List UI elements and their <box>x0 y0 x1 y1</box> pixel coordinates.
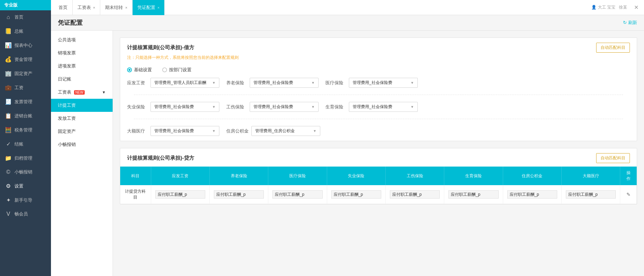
sidebar-icon-funds: 💰 <box>5 56 12 63</box>
sidebar-item-assets[interactable]: 🏢固定资产 <box>0 66 51 81</box>
credit-input-0-7[interactable] <box>566 190 616 199</box>
main-content: 计提核算规则(公司承担)-借方 自动匹配科目 注：只能选择一种方式，系统将按照您… <box>113 31 644 276</box>
credit-row-subject-0: 计提贷方科目 <box>120 185 151 204</box>
sidebar-item-closing[interactable]: ✓结账 <box>0 137 51 151</box>
sidebar-item-tax[interactable]: 🧮税务管理 <box>0 123 51 137</box>
refresh-button[interactable]: ↻ 刷新 <box>623 20 637 26</box>
radio-department[interactable]: 按部门设置 <box>162 67 191 73</box>
debit-field-select-2-1[interactable]: 管理费用_住房公积金 ▼ <box>251 126 320 136</box>
credit-input-0-1[interactable] <box>214 190 264 199</box>
debit-field-0-0: 应发工资 管理费用_管理人员职工薪酬 ▼ <box>127 78 219 88</box>
sidebar-item-home[interactable]: ⌂首页 <box>0 10 51 24</box>
sub-nav-label-debit_invoice: 进项发票 <box>58 63 76 69</box>
sidebar-icon-settings: ⚙ <box>5 183 12 189</box>
edit-icon-0[interactable]: ✎ <box>626 192 631 197</box>
sub-nav-item-public_options[interactable]: 公共选项 <box>51 33 113 46</box>
select-arrow-1-2: ▼ <box>411 105 414 109</box>
credit-input-0-4[interactable] <box>390 190 440 199</box>
sidebar-icon-reports: 📊 <box>5 42 12 49</box>
sidebar-icon-home: ⌂ <box>5 14 12 20</box>
sidebar-label-purchase_sales: 进销台账 <box>14 113 32 119</box>
credit-input-0-5[interactable] <box>448 190 498 199</box>
auto-match-debit-button[interactable]: 自动匹配科目 <box>596 43 630 53</box>
select-arrow-1-0: ▼ <box>212 105 216 109</box>
sub-nav-item-journal[interactable]: 日记账 <box>51 73 113 86</box>
sub-nav-item-credit_invoice[interactable]: 销项发票 <box>51 46 113 60</box>
sub-nav-label-xiaochang_expense: 小畅报销 <box>58 141 76 148</box>
radio-basic-circle[interactable] <box>127 67 132 72</box>
credit-row-val-0-7 <box>562 185 620 204</box>
sidebar-label-xiao_chang_report: 小畅报销 <box>14 169 32 175</box>
credit-input-0-0[interactable] <box>155 190 205 199</box>
sidebar-item-xiao_chang_report[interactable]: ©小畅报销 <box>0 165 51 179</box>
tab-payroll_table[interactable]: 工资表× <box>73 0 100 15</box>
tab-label-payroll_table: 工资表 <box>77 4 91 11</box>
debit-field-0-2: 医疗保险 管理费用_社会保险费 ▼ <box>325 78 418 88</box>
sub-nav-item-payroll_table_sub[interactable]: 工资表 NEW▼ <box>51 86 113 99</box>
radio-basic[interactable]: 基础设置 <box>127 67 152 73</box>
tab-close-period_closing[interactable]: × <box>125 6 127 10</box>
sidebar-item-ledger[interactable]: 📒总账 <box>0 24 51 38</box>
section-debit: 计提核算规则(公司承担)-借方 自动匹配科目 注：只能选择一种方式，系统将按照您… <box>120 38 637 141</box>
debit-radio-group: 基础设置 按部门设置 <box>120 64 637 78</box>
credit-input-0-2[interactable] <box>272 190 322 199</box>
credit-col-header-3: 医疗保险 <box>268 167 327 185</box>
tab-voucher_config[interactable]: 凭证配置× <box>133 0 165 15</box>
credit-row-op-0[interactable]: ✎ <box>620 185 637 204</box>
select-arrow-0-1: ▼ <box>311 81 315 85</box>
debit-field-select-1-2[interactable]: 管理费用_社会保险费 ▼ <box>349 102 418 112</box>
debit-field-label-2-1: 住房公积金 <box>226 128 249 134</box>
debit-field-1-0: 失业保险 管理费用_社会保险费 ▼ <box>127 102 219 112</box>
credit-table-row-0: 计提贷方科目✎ <box>120 185 637 204</box>
sidebar-icon-assets: 🏢 <box>5 70 12 77</box>
sidebar-item-funds[interactable]: 💰资金管理 <box>0 52 51 66</box>
sidebar-item-archive[interactable]: 📁归档管理 <box>0 151 51 165</box>
debit-field-select-0-1[interactable]: 管理费用_社会保险费 ▼ <box>250 78 319 88</box>
debit-field-label-1-2: 生育保险 <box>325 104 346 110</box>
sub-nav-item-pay_salary[interactable]: 发放工资 <box>51 112 113 125</box>
debit-field-select-2-0[interactable]: 管理费用_社会保险费 ▼ <box>150 126 219 136</box>
tab-close-voucher_config[interactable]: × <box>157 6 159 10</box>
page-header: 凭证配置 ↻ 刷新 <box>51 15 644 31</box>
tab-home[interactable]: 首页 <box>54 0 73 15</box>
sidebar-icon-purchase_sales: 📋 <box>5 113 12 119</box>
section-debit-title: 计提核算规则(公司承担)-借方 <box>127 44 194 51</box>
page-title: 凭证配置 <box>58 19 83 27</box>
sidebar-item-vip[interactable]: V畅会员 <box>0 207 51 221</box>
debit-divider-1 <box>134 119 623 119</box>
credit-col-header-1: 应发工资 <box>151 167 209 185</box>
sub-nav-item-fixed_assets[interactable]: 固定资产 <box>51 125 113 138</box>
sub-nav-label-pay_salary: 发放工资 <box>58 115 76 121</box>
radio-department-circle[interactable] <box>162 67 167 72</box>
sidebar-item-guide[interactable]: ✦新手引导 <box>0 193 51 207</box>
sidebar-item-reports[interactable]: 📊报表中心 <box>0 38 51 52</box>
select-arrow-2-0: ▼ <box>212 129 216 133</box>
credit-input-0-6[interactable] <box>507 190 557 199</box>
sub-nav-item-debit_invoice[interactable]: 进项发票 <box>51 60 113 73</box>
sidebar-item-purchase_sales[interactable]: 📋进销台账 <box>0 109 51 123</box>
sub-nav-item-xiaochang_expense[interactable]: 小畅报销 <box>51 138 113 151</box>
sub-nav-arrow-payroll_table_sub: ▼ <box>102 90 106 94</box>
sidebar-label-reports: 报表中心 <box>14 42 32 49</box>
section-credit: 计提核算规则(公司承担)-贷方 自动匹配科目 科目应发工资养老保险医疗保险失业保… <box>120 148 637 204</box>
sub-nav-label-fixed_assets: 固定资产 <box>58 128 76 135</box>
sidebar-item-salary[interactable]: 💼工资 <box>0 81 51 95</box>
debit-field-select-1-1[interactable]: 管理费用_社会保险费 ▼ <box>250 102 319 112</box>
debit-field-select-0-0[interactable]: 管理费用_管理人员职工薪酬 ▼ <box>150 78 219 88</box>
credit-row-val-0-3 <box>327 185 385 204</box>
debit-field-select-1-0[interactable]: 管理费用_社会保险费 ▼ <box>150 102 219 112</box>
close-window-button[interactable]: ✕ <box>631 4 641 11</box>
tab-close-payroll_table[interactable]: × <box>93 6 95 10</box>
sidebar-item-invoice_mgmt[interactable]: 🧾发票管理 <box>0 95 51 109</box>
sub-nav-item-calc_salary[interactable]: 计提工资 <box>51 99 113 112</box>
auto-match-credit-button[interactable]: 自动匹配科目 <box>596 153 630 163</box>
debit-field-label-0-0: 应发工资 <box>127 80 148 86</box>
content-wrapper: 公共选项销项发票进项发票日记账工资表 NEW▼计提工资发放工资固定资产小畅报销 … <box>51 31 644 276</box>
tab-period_closing[interactable]: 期末结转× <box>100 0 132 15</box>
debit-field-label-1-1: 工伤保险 <box>226 104 247 110</box>
sidebar-label-assets: 固定资产 <box>14 71 32 77</box>
credit-input-0-3[interactable] <box>331 190 381 199</box>
debit-form-row-1: 失业保险 管理费用_社会保险费 ▼ 工伤保险 管理费用_社会保险费 ▼ 生育保险… <box>127 102 630 112</box>
debit-field-select-0-2[interactable]: 管理费用_社会保险费 ▼ <box>349 78 418 88</box>
sidebar-item-settings[interactable]: ⚙设置 <box>0 179 51 193</box>
